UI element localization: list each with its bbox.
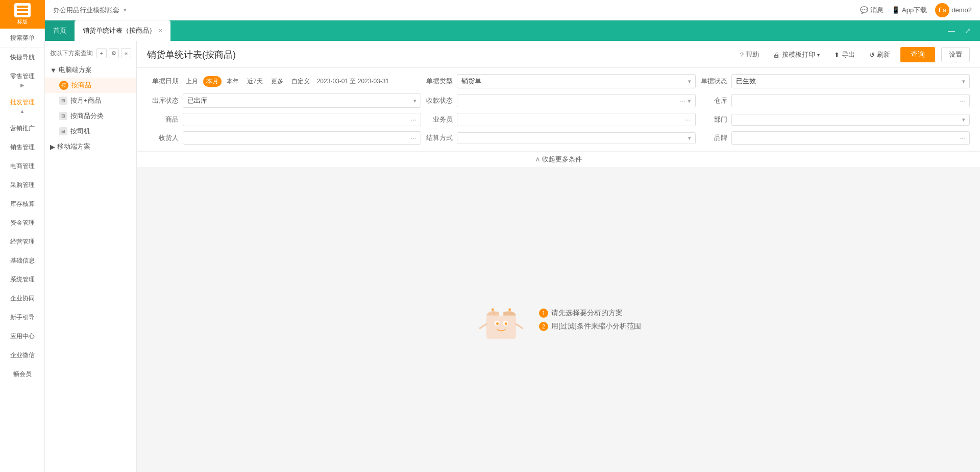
receiver-select[interactable]: ··· bbox=[183, 131, 421, 145]
scheme-by-printer[interactable]: ⊞ 按司机 bbox=[45, 124, 136, 139]
sidebar-item-quick-nav[interactable]: 快捷导航 bbox=[0, 48, 44, 67]
settle-dropdown-icon: ▾ bbox=[688, 135, 691, 141]
scheme-settings-button[interactable]: ⚙ bbox=[109, 48, 119, 58]
salesperson-cell: 业务员 ··· bbox=[421, 113, 695, 126]
minimize-button[interactable]: — bbox=[945, 25, 958, 37]
nav-label: 营销推广 bbox=[10, 124, 35, 133]
query-button[interactable]: 查询 bbox=[900, 47, 935, 62]
svg-point-11 bbox=[508, 308, 511, 311]
settings-button[interactable]: 设置 bbox=[941, 47, 970, 62]
dept-label: 部门 bbox=[696, 115, 731, 124]
help-icon: ? bbox=[740, 51, 744, 59]
this-month-btn[interactable]: 本月 bbox=[203, 76, 222, 87]
dept-select[interactable]: ▾ bbox=[731, 114, 970, 126]
sidebar-item-operations[interactable]: 经营管理 bbox=[0, 232, 44, 251]
sidebar-item-newbie[interactable]: 新手引导 bbox=[0, 308, 44, 327]
desktop-scheme-parent[interactable]: ▼ 电脑端方案 bbox=[45, 62, 136, 78]
help-button[interactable]: ? 帮助 bbox=[736, 48, 763, 61]
message-button[interactable]: 💬 消息 bbox=[860, 6, 884, 15]
sidebar-item-retail[interactable]: 零售管理 ▶ bbox=[0, 67, 44, 93]
header-left: 办公用品行业模拟账套 ▾ bbox=[53, 6, 127, 15]
nav-label: 库存核算 bbox=[10, 200, 35, 208]
warehouse-cell: 仓库 ··· bbox=[696, 94, 970, 107]
chevron-down-icon[interactable]: ▾ bbox=[124, 7, 127, 13]
tab-report-label: 销货单统计表（按商品） bbox=[83, 26, 156, 35]
add-scheme-button[interactable]: + bbox=[96, 48, 107, 58]
sidebar-item-purchase[interactable]: 采购管理 bbox=[0, 176, 44, 195]
nav-label: 新手引导 bbox=[10, 313, 35, 322]
empty-line-2: 2 用[过滤]条件来缩小分析范围 bbox=[539, 322, 641, 331]
out-status-select[interactable]: 已出库 ▾ bbox=[183, 93, 421, 108]
custom-date-btn[interactable]: 自定义 bbox=[288, 76, 313, 87]
tab-bar-actions: — ⤢ bbox=[945, 25, 980, 37]
warehouse-select[interactable]: ··· bbox=[731, 94, 970, 107]
out-status-label: 出库状态 bbox=[147, 96, 183, 105]
left-panel-icons: + ⚙ « bbox=[96, 48, 131, 58]
goods-select[interactable]: ··· bbox=[183, 113, 421, 126]
print-dropdown-icon[interactable]: ▾ bbox=[817, 52, 820, 58]
more-date-btn[interactable]: 更多 bbox=[268, 76, 286, 87]
sidebar-item-wholesale[interactable]: 批发管理 ▲ bbox=[0, 93, 44, 119]
svg-point-6 bbox=[496, 322, 499, 325]
close-icon[interactable]: × bbox=[159, 27, 162, 34]
chevron-right-icon: ▲ bbox=[20, 108, 25, 114]
doc-status-cell: 单据状态 已生效 ▾ bbox=[696, 74, 970, 88]
export-button[interactable]: ⬆ 导出 bbox=[830, 48, 859, 61]
scheme-by-month-goods[interactable]: ⊞ 按月+商品 bbox=[45, 93, 136, 108]
sidebar-item-appstore[interactable]: 应用中心 bbox=[0, 327, 44, 346]
logo-text: 标版 bbox=[17, 18, 28, 26]
sidebar-search[interactable]: 搜索菜单 bbox=[0, 29, 44, 48]
refresh-label: 刷新 bbox=[877, 50, 890, 59]
doc-status-select[interactable]: 已生效 ▾ bbox=[731, 74, 970, 88]
collapse-panel-button[interactable]: « bbox=[121, 48, 131, 58]
doc-type-select[interactable]: 销货单 ▾ bbox=[457, 74, 695, 88]
pay-status-select[interactable]: ··· ▾ bbox=[457, 94, 695, 107]
refresh-button[interactable]: ↺ 刷新 bbox=[865, 48, 894, 61]
sidebar-item-enterprise[interactable]: 企业协同 bbox=[0, 289, 44, 308]
brand-select[interactable]: ··· bbox=[731, 131, 970, 145]
brand-cell: 品牌 ··· bbox=[696, 131, 970, 145]
receiver-label: 收货人 bbox=[147, 133, 183, 143]
this-year-btn[interactable]: 本年 bbox=[224, 76, 242, 87]
export-icon: ⬆ bbox=[834, 51, 840, 59]
app-download-button[interactable]: 📱 App下载 bbox=[892, 6, 927, 15]
sidebar-item-system[interactable]: 系统管理 bbox=[0, 270, 44, 289]
tab-report[interactable]: 销货单统计表（按商品） × bbox=[75, 20, 170, 41]
doc-status-value: 已生效 bbox=[736, 77, 756, 86]
mobile-scheme-group: ▶ 移动端方案 bbox=[45, 139, 136, 154]
collapse-bar[interactable]: ∧ 收起更多条件 bbox=[137, 151, 980, 167]
date-label: 单据日期 bbox=[147, 77, 183, 86]
scheme-grid-icon: ⊞ bbox=[59, 97, 67, 105]
nav-label: 系统管理 bbox=[10, 275, 35, 284]
sidebar-item-finance[interactable]: 资金管理 bbox=[0, 214, 44, 232]
out-status-cell: 出库状态 已出库 ▾ bbox=[147, 93, 421, 108]
last-7days-btn[interactable]: 近7天 bbox=[244, 76, 266, 87]
sidebar-item-sales[interactable]: 销售管理 bbox=[0, 138, 44, 157]
nav-label: 资金管理 bbox=[10, 219, 35, 227]
mobile-scheme-parent[interactable]: ▶ 移动端方案 bbox=[45, 139, 136, 154]
receiver-cell: 收货人 ··· bbox=[147, 131, 421, 145]
sidebar-item-wechat[interactable]: 企业微信 bbox=[0, 346, 44, 365]
nav-label: 畅会员 bbox=[13, 370, 32, 379]
page-title: 销货单统计表(按商品) bbox=[147, 49, 236, 61]
expand-button[interactable]: ⤢ bbox=[962, 25, 974, 37]
nav-label: 经营管理 bbox=[10, 238, 35, 246]
page-body: 按以下方案查询 + ⚙ « ▼ 电脑端方案 按 按商品 ⊞ 按月+ bbox=[45, 41, 980, 472]
last-month-btn[interactable]: 上月 bbox=[183, 76, 201, 87]
user-menu[interactable]: Ea demo2 bbox=[935, 3, 972, 17]
sidebar-item-ecommerce[interactable]: 电商管理 bbox=[0, 157, 44, 176]
page-title-actions: ? 帮助 🖨 按模板打印 ▾ ⬆ 导出 ↺ 刷新 bbox=[736, 47, 970, 62]
sidebar-item-inventory[interactable]: 库存核算 bbox=[0, 195, 44, 214]
scheme-by-category[interactable]: ⊞ 按商品分类 bbox=[45, 108, 136, 124]
sidebar-item-member[interactable]: 畅会员 bbox=[0, 365, 44, 384]
scheme-by-goods[interactable]: 按 按商品 bbox=[45, 78, 136, 93]
sidebar-item-marketing[interactable]: 营销推广 bbox=[0, 119, 44, 138]
tree-arrow-icon: ▼ bbox=[50, 66, 57, 74]
receiver-dots: ··· bbox=[411, 134, 417, 142]
tab-home[interactable]: 首页 bbox=[45, 20, 75, 41]
sidebar-item-basic[interactable]: 基础信息 bbox=[0, 251, 44, 270]
salesperson-select[interactable]: ··· bbox=[457, 113, 695, 126]
pay-status-dots: ··· bbox=[679, 97, 685, 105]
settle-select[interactable]: ▾ bbox=[457, 132, 695, 144]
print-button[interactable]: 🖨 按模板打印 ▾ bbox=[769, 48, 824, 61]
